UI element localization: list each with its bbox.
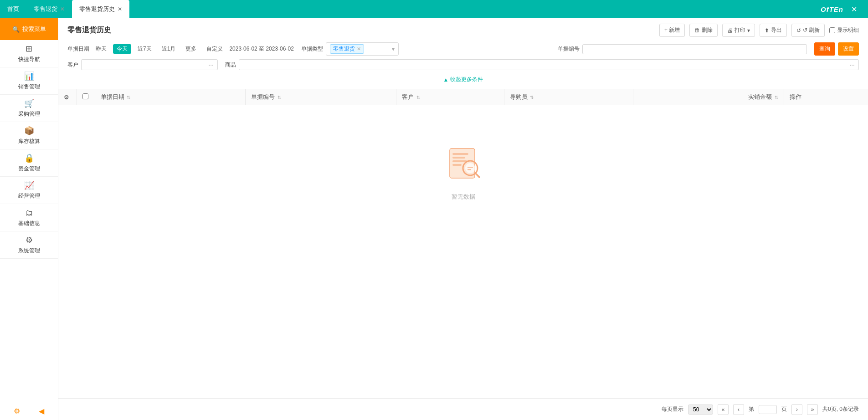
print-button[interactable]: 🖨 打印 ▾ [722, 24, 755, 37]
date-btn-yesterday[interactable]: 昨天 [92, 44, 110, 54]
goods-label: 商品 [225, 61, 236, 69]
date-btn-1month[interactable]: 近1月 [158, 44, 180, 54]
show-detail-label[interactable]: 显示明细 [829, 26, 859, 34]
tab-retail-return-close[interactable]: ✕ [60, 6, 65, 12]
col-date[interactable]: 单据日期 ⇅ [95, 89, 246, 105]
sidebar-search[interactable]: 🔍 搜索菜单 [0, 18, 58, 40]
data-table: ⚙ 单据日期 ⇅ 单据编号 ⇅ 客户 [58, 89, 868, 237]
new-button[interactable]: + 新增 [659, 24, 685, 37]
voucher-type-select[interactable]: 零售退货 ✕ ▾ [326, 42, 399, 56]
col-customer[interactable]: 客户 ⇅ [396, 89, 504, 105]
tab-retail-return-history-label: 零售退货历史 [79, 5, 115, 13]
print-dropdown-icon: ▾ [747, 27, 750, 34]
date-btn-today[interactable]: 今天 [113, 44, 131, 54]
empty-state-text: 暂无数据 [452, 193, 475, 201]
query-button[interactable]: 查询 [814, 42, 835, 56]
sidebar-item-purchase-mgmt[interactable]: 🛒 采购管理 [0, 95, 58, 122]
prev-page-button[interactable]: ‹ [733, 404, 744, 415]
date-btn-more[interactable]: 更多 [182, 44, 200, 54]
next-page-button[interactable]: › [791, 404, 802, 415]
col-date-sort-icon: ⇅ [127, 95, 130, 100]
window-close-button[interactable]: ✕ [847, 2, 861, 16]
empty-state-cell: 暂无数据 [58, 105, 868, 238]
sidebar-item-inventory[interactable]: 📦 库存核算 [0, 122, 58, 149]
sidebar-item-sales-mgmt[interactable]: 📊 销售管理 [0, 67, 58, 95]
brand-name: OfTEn [821, 5, 843, 13]
print-icon: 🖨 [727, 27, 733, 34]
goods-input-wrapper: ··· [239, 59, 859, 70]
inventory-icon: 📦 [24, 126, 34, 136]
sidebar-item-system-mgmt-label: 系统管理 [18, 247, 40, 255]
delete-button[interactable]: 🗑 删除 [689, 24, 717, 37]
main-layout: 🔍 搜索菜单 ⊞ 快捷导航 📊 销售管理 🛒 采购管理 📦 库存核算 🔒 资金管… [0, 18, 868, 420]
sidebar-item-inventory-label: 库存核算 [18, 138, 40, 145]
col-checkbox[interactable] [77, 89, 95, 105]
customer-dots-icon[interactable]: ··· [208, 61, 214, 68]
voucher-type-label: 单据类型 [301, 45, 323, 53]
sidebar-settings-icon[interactable]: ⚙ [14, 407, 20, 415]
next-page-icon: › [796, 406, 798, 413]
sidebar-item-operations-label: 经营管理 [18, 192, 40, 200]
col-no-sort-icon: ⇅ [277, 95, 281, 100]
sidebar-item-finance[interactable]: 🔒 资金管理 [0, 149, 58, 177]
voucher-no-input-wrapper [582, 44, 807, 54]
tab-list: 首页 零售退货 ✕ 零售退货历史 ✕ [0, 0, 821, 18]
col-amount-label: 实销金额 [748, 93, 772, 100]
first-page-button[interactable]: « [718, 404, 729, 415]
sidebar-item-system-mgmt[interactable]: ⚙ 系统管理 [0, 231, 58, 259]
collapse-bar[interactable]: ▲ 收起更多条件 [67, 74, 859, 85]
voucher-no-input[interactable] [586, 46, 803, 52]
sidebar-search-label: 搜索菜单 [22, 25, 46, 33]
col-amount[interactable]: 实销金额 ⇅ [633, 89, 784, 105]
svg-rect-1 [452, 153, 468, 155]
page-number-input[interactable]: 1 [759, 405, 777, 414]
col-guide-sort-icon: ⇅ [530, 95, 534, 100]
tab-retail-return[interactable]: 零售退货 ✕ [26, 0, 72, 18]
tab-home[interactable]: 首页 [0, 0, 26, 18]
total-text: 共0页, 0条记录 [822, 405, 859, 413]
collapse-icon: ▲ [443, 77, 449, 83]
sidebar-collapse-icon[interactable]: ◀ [39, 407, 44, 415]
top-bar: 首页 零售退货 ✕ 零售退货历史 ✕ OfTEn ✕ [0, 0, 868, 18]
col-guide[interactable]: 导购员 ⇅ [504, 89, 633, 105]
sidebar-item-basic-info[interactable]: 🗂 基础信息 [0, 204, 58, 231]
col-customer-sort-icon: ⇅ [416, 95, 420, 100]
page-title: 零售退货历史 [67, 26, 111, 35]
export-button[interactable]: ⬆ 导出 [760, 24, 787, 37]
goods-input[interactable] [243, 61, 849, 68]
show-detail-checkbox[interactable] [829, 27, 835, 33]
col-amount-sort-icon: ⇅ [775, 95, 778, 100]
date-btn-custom[interactable]: 自定义 [203, 44, 226, 54]
filter-area: 单据日期 昨天 今天 近7天 近1月 更多 自定义 2023-06-02 至 2… [67, 42, 859, 89]
sidebar-bottom: ⚙ ◀ [0, 402, 58, 420]
voucher-type-tag-close[interactable]: ✕ [357, 46, 361, 52]
tab-retail-return-history-close[interactable]: ✕ [118, 6, 122, 12]
search-icon: 🔍 [12, 26, 20, 33]
last-page-button[interactable]: » [807, 404, 818, 415]
sidebar-item-operations[interactable]: 📈 经营管理 [0, 177, 58, 204]
pagination-bar: 每页显示 50 10 20 100 « ‹ 第 1 页 › » 共0页, 0条记… [58, 398, 868, 420]
tab-retail-return-label: 零售退货 [34, 5, 57, 13]
select-all-checkbox[interactable] [82, 93, 88, 99]
print-label: 打印 [734, 26, 745, 34]
sidebar-item-sales-mgmt-label: 销售管理 [18, 83, 40, 91]
refresh-button[interactable]: ↺ ↺ 刷新 [791, 24, 825, 37]
sidebar-item-quick-nav[interactable]: ⊞ 快捷导航 [0, 40, 58, 67]
action-buttons: 查询 设置 [814, 42, 859, 56]
goods-dots-icon[interactable]: ··· [849, 61, 855, 68]
topbar-right: OfTEn ✕ [821, 2, 868, 16]
sales-mgmt-icon: 📊 [24, 71, 34, 81]
date-btn-7days[interactable]: 近7天 [134, 44, 155, 54]
sidebar-item-quick-nav-label: 快捷导航 [18, 56, 40, 63]
col-no[interactable]: 单据编号 ⇅ [246, 89, 396, 105]
collapse-label: 收起更多条件 [450, 76, 483, 83]
tab-retail-return-history[interactable]: 零售退货历史 ✕ [72, 0, 129, 18]
filter-row-1: 单据日期 昨天 今天 近7天 近1月 更多 自定义 2023-06-02 至 2… [67, 42, 859, 56]
col-settings[interactable]: ⚙ [58, 89, 77, 105]
page-size-select[interactable]: 50 10 20 100 [688, 405, 713, 415]
settings-button[interactable]: 设置 [838, 42, 859, 56]
filter-row-2: 客户 ··· 商品 ··· [67, 59, 859, 70]
page-word: 第 [749, 405, 754, 413]
customer-input[interactable] [85, 61, 208, 68]
last-page-icon: » [811, 406, 814, 413]
